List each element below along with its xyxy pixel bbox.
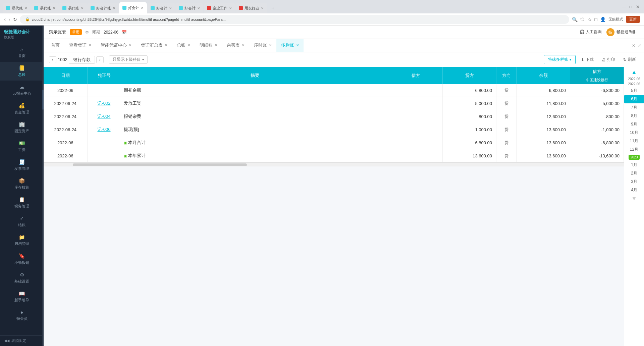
timeline-month-7[interactable]: 7月 [624, 103, 644, 112]
tab-journal[interactable]: 序时账 ✕ [249, 39, 276, 52]
search-icon[interactable]: 🔍 [572, 17, 578, 22]
tab-smart-voucher[interactable]: 智能凭证中心 ✕ [96, 39, 136, 52]
refresh-button[interactable]: ↻ [13, 17, 17, 22]
sidebar-item-guide[interactable]: 📖 新手引导 [0, 287, 44, 306]
sidebar-item-close-period[interactable]: ✓ 结账 [0, 212, 44, 231]
timeline-month-1-2023[interactable]: 1月 [624, 161, 644, 169]
cell-voucher[interactable]: 记-002 [87, 97, 121, 110]
cell-voucher[interactable]: 记-004 [87, 110, 121, 123]
browser-tab[interactable]: 企业工作 ✕ [204, 3, 235, 13]
maximize-icon[interactable]: □ [630, 4, 632, 9]
timeline-month-11[interactable]: 11月 [624, 137, 644, 145]
timeline-month-6-active[interactable]: 6月 [624, 95, 644, 103]
tab-close-icon[interactable]: ✕ [113, 6, 115, 10]
browser-tab[interactable]: 易代账 ✕ [3, 3, 31, 13]
help-label[interactable]: 🎧 人工咨询 [580, 29, 602, 35]
tab-general-ledger[interactable]: 总账 ✕ [172, 39, 195, 52]
browser-tab[interactable]: 好会计 ✕ [147, 3, 175, 13]
scroll-down-button[interactable]: ▼ [632, 196, 637, 202]
tab-close-icon[interactable]: ✕ [129, 43, 131, 47]
sidebar-item-expense[interactable]: 🔖 小畅报销 [0, 250, 44, 268]
tab-close-icon[interactable]: ✕ [261, 6, 264, 10]
back-button[interactable]: ‹ [4, 16, 6, 22]
close-icon[interactable]: ✕ [636, 4, 640, 9]
browser-tab[interactable]: 易代账 ✕ [59, 3, 87, 13]
unpin-button[interactable]: ◀◀ 取消固定 [0, 336, 44, 346]
print-button[interactable]: 🖨 打印 [599, 55, 618, 64]
tab-home[interactable]: 首页 [46, 39, 64, 52]
expand-icon[interactable]: ⤢ [638, 43, 641, 48]
sidebar-item-reports[interactable]: ☁ 云报表中心 [0, 81, 44, 99]
tab-close-icon[interactable]: ✕ [165, 43, 167, 47]
timeline-month-8[interactable]: 8月 [624, 112, 644, 120]
tab-close-icon[interactable]: ✕ [169, 6, 172, 10]
cell-voucher[interactable]: 记-006 [87, 123, 121, 136]
extensions-icon[interactable]: □ [595, 17, 597, 22]
sidebar-item-ledger[interactable]: 📒 总账 [0, 62, 44, 81]
sidebar-item-salary[interactable]: 💵 工资 [0, 137, 44, 156]
tab-balance[interactable]: 余额表 ✕ [222, 39, 249, 52]
update-button[interactable]: 更新 [626, 16, 640, 23]
url-bar[interactable]: 🔒 cloud2.chanjet.com/accounting/uh26t264… [20, 15, 569, 24]
download-button[interactable]: ⬇ 下载 [578, 55, 596, 64]
calendar-icon[interactable]: 📅 [122, 30, 127, 35]
cell-debit [389, 123, 443, 136]
prev-account-button[interactable]: ‹ [49, 56, 56, 63]
sidebar-item-home[interactable]: ⌂ 首页 [0, 43, 44, 62]
sidebar-item-assets[interactable]: 🏢 固定资产 [0, 118, 44, 137]
tab-close-icon[interactable]: ✕ [141, 6, 144, 10]
user-avatar[interactable]: 畅 畅捷通B组... [606, 28, 639, 36]
tab-detail-ledger[interactable]: 明细账 ✕ [195, 39, 222, 52]
tab-close-icon[interactable]: ✕ [229, 6, 232, 10]
sidebar-item-archive[interactable]: 📁 归档管理 [0, 231, 44, 250]
browser-tab[interactable]: 好会计账 ✕ [87, 3, 119, 13]
browser-tab[interactable]: 易代账 ✕ [31, 3, 59, 13]
close-panel-icon[interactable]: ✕ [632, 43, 635, 48]
tab-close-icon[interactable]: ✕ [269, 43, 272, 47]
timeline-month-9[interactable]: 9月 [624, 120, 644, 129]
scroll-up-button[interactable]: ▲ [632, 69, 637, 75]
sidebar-item-settings[interactable]: ⚙ 基础设置 [0, 268, 44, 287]
sidebar-item-invoice[interactable]: 🧾 发票管理 [0, 156, 44, 175]
sidebar-item-funds[interactable]: 💰 资金管理 [0, 99, 44, 118]
browser-tab[interactable]: 用友好业 ✕ [235, 3, 267, 13]
timeline-month-5[interactable]: 5月 [624, 87, 644, 95]
sidebar-item-inventory[interactable]: 📦 库存核算 [0, 175, 44, 193]
new-tab-button[interactable]: + [267, 3, 278, 13]
browser-tab-active[interactable]: 好会计 ✕ [119, 2, 147, 13]
tab-close-icon[interactable]: ✕ [81, 6, 84, 10]
tab-close-icon[interactable]: ✕ [24, 6, 27, 10]
bookmark-icon[interactable]: ☆ [588, 17, 592, 22]
special-column-button[interactable]: 特殊多栏账 ▾ [544, 55, 576, 64]
user-profile-icon[interactable]: 👤 [600, 17, 606, 22]
timeline-month-12[interactable]: 12月 [624, 145, 644, 154]
timeline-month-2-2023[interactable]: 2月 [624, 169, 644, 178]
minimize-icon[interactable]: ─ [622, 4, 626, 9]
browser-tab[interactable]: 好会计 ✕ [175, 3, 203, 13]
tab-voucher-summary[interactable]: 凭证汇总表 ✕ [136, 39, 172, 52]
tab-close-icon[interactable]: ✕ [215, 43, 217, 47]
shield-icon[interactable]: 🛡 [580, 17, 585, 22]
tab-close-icon[interactable]: ✕ [89, 43, 91, 47]
sub-account-filter[interactable]: 只显示下级科目 ▾ [109, 55, 148, 64]
tab-close-icon[interactable]: ✕ [296, 43, 299, 47]
invoice-icon: 🧾 [19, 159, 25, 165]
dropdown-icon: ▾ [142, 58, 144, 61]
tab-close-icon[interactable]: ✕ [53, 6, 55, 10]
sidebar-item-member[interactable]: ♦ 畅会员 [0, 306, 44, 325]
forward-button[interactable]: › [8, 16, 10, 22]
sidebar-item-tax[interactable]: 📋 税务管理 [0, 193, 44, 212]
tab-close-icon[interactable]: ✕ [197, 6, 200, 10]
refresh-button[interactable]: ↻ 刷新 [621, 55, 639, 64]
guide-icon: 📖 [19, 291, 25, 297]
tab-close-icon[interactable]: ✕ [242, 43, 245, 47]
tab-view-voucher[interactable]: 查看凭证 ✕ [64, 39, 96, 52]
tab-close-icon[interactable]: ✕ [187, 43, 190, 47]
settings-gear-icon[interactable]: ⚙ [85, 30, 89, 35]
timeline-month-4-2023[interactable]: 4月 [624, 186, 644, 194]
timeline-month-10[interactable]: 10月 [624, 129, 644, 137]
tab-multi-column[interactable]: 多栏账 ✕ [276, 39, 304, 52]
next-account-button[interactable]: › [96, 56, 104, 63]
demo-badge[interactable]: 常用 [70, 29, 82, 35]
timeline-month-3-2023[interactable]: 3月 [624, 178, 644, 186]
